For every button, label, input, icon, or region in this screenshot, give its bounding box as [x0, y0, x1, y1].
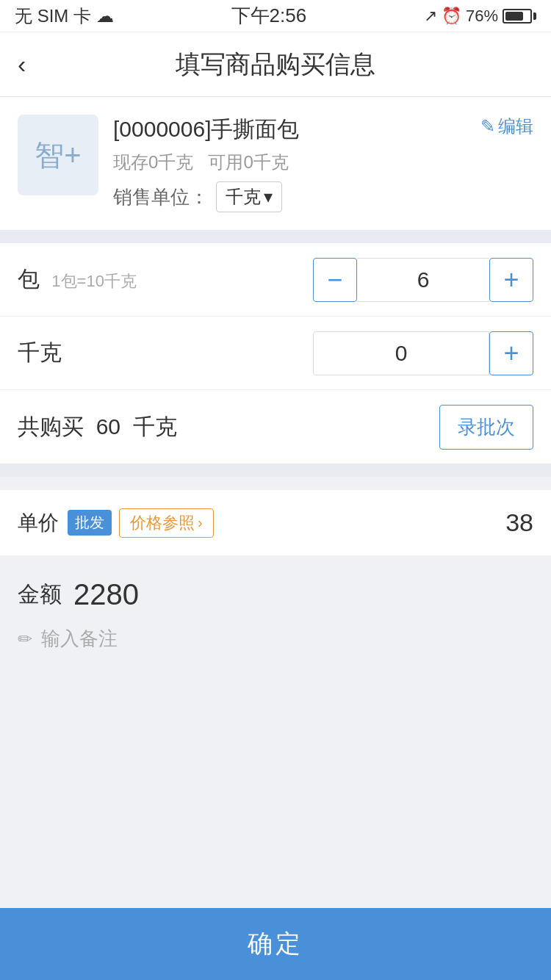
kg-row: 千克 +	[0, 317, 551, 390]
battery-percent: 76%	[466, 7, 498, 26]
status-right: ↗ ⏰ 76%	[424, 7, 536, 26]
product-title: 手撕面包	[211, 117, 299, 141]
alarm-icon: ⏰	[442, 7, 461, 26]
note-row[interactable]: ✏ 输入备注	[18, 626, 533, 652]
unit-label: 销售单位：	[113, 184, 209, 210]
amount-label: 金额	[18, 580, 62, 610]
amount-row: 金额 2280	[18, 578, 533, 611]
status-time: 下午2:56	[231, 3, 307, 29]
stock-available: 可用0千克	[208, 152, 288, 172]
product-card: 智+ [0000006]手撕面包 现存0千克 可用0千克 销售单位： 千克 ▾ …	[0, 97, 551, 230]
product-stock: 现存0千克 可用0千克	[113, 151, 533, 174]
product-code: [0000006]	[113, 117, 211, 141]
confirm-label: 确定	[248, 927, 303, 961]
edit-label: 编辑	[498, 115, 533, 138]
total-row: 共购买 60 千克 录批次	[0, 390, 551, 464]
status-left: 无 SIM 卡 ☁	[15, 4, 114, 28]
bao-hint: 1包=10千克	[51, 272, 137, 290]
kg-controls: +	[313, 331, 533, 375]
bao-input[interactable]	[357, 258, 489, 302]
bottom-filler	[0, 666, 551, 887]
kg-plus-button[interactable]: +	[489, 331, 533, 375]
unit-value: 千克	[226, 185, 261, 209]
total-text: 共购买 60 千克	[18, 412, 177, 442]
price-ref-arrow: ›	[198, 514, 203, 531]
bao-minus-button[interactable]: −	[313, 258, 357, 302]
pencil-icon: ✏	[18, 629, 32, 649]
total-amount: 60	[96, 414, 120, 439]
price-section: 单价 批发 价格参照 › 38	[0, 490, 551, 556]
price-label: 单价	[18, 509, 59, 537]
product-info: [0000006]手撕面包 现存0千克 可用0千克 销售单位： 千克 ▾	[113, 115, 533, 212]
page-title: 填写商品购买信息	[176, 48, 375, 82]
kg-input[interactable]	[313, 331, 489, 375]
edit-button[interactable]: ✎ 编辑	[480, 115, 533, 138]
confirm-bar[interactable]: 确定	[0, 908, 551, 980]
thumbnail-text: 智+	[35, 135, 81, 176]
price-ref-button[interactable]: 价格参照 ›	[119, 508, 214, 538]
nav-bar: ‹ 填写商品购买信息	[0, 32, 551, 97]
unit-select[interactable]: 千克 ▾	[216, 181, 282, 212]
divider-2	[0, 464, 551, 477]
sim-label: 无 SIM 卡 ☁	[15, 4, 114, 28]
total-unit: 千克	[133, 414, 177, 439]
bao-label: 包 1包=10千克	[18, 264, 313, 295]
amount-section: 金额 2280 ✏ 输入备注	[0, 556, 551, 666]
bao-row: 包 1包=10千克 − +	[0, 243, 551, 317]
battery-icon	[503, 9, 536, 24]
price-row: 单价 批发 价格参照 › 38	[0, 490, 551, 556]
amount-value: 2280	[73, 578, 139, 611]
bao-controls: − +	[313, 258, 533, 302]
note-label: 输入备注	[41, 626, 118, 652]
input-section: 包 1包=10千克 − + 千克 +	[0, 243, 551, 390]
edit-icon: ✎	[480, 116, 495, 137]
product-thumbnail: 智+	[18, 115, 98, 195]
product-name: [0000006]手撕面包	[113, 115, 533, 145]
status-bar: 无 SIM 卡 ☁ 下午2:56 ↗ ⏰ 76%	[0, 0, 551, 32]
stock-current: 现存0千克	[113, 152, 193, 172]
tag-batch: 批发	[68, 510, 112, 536]
kg-label: 千克	[18, 338, 313, 368]
location-icon: ↗	[424, 7, 437, 26]
back-button[interactable]: ‹	[18, 50, 26, 79]
price-ref-label: 价格参照	[130, 512, 195, 534]
unit-arrow: ▾	[264, 187, 273, 207]
divider-1	[0, 230, 551, 243]
price-value: 38	[505, 508, 533, 537]
product-unit-row: 销售单位： 千克 ▾	[113, 181, 533, 212]
batch-button[interactable]: 录批次	[439, 405, 533, 450]
bao-plus-button[interactable]: +	[489, 258, 533, 302]
